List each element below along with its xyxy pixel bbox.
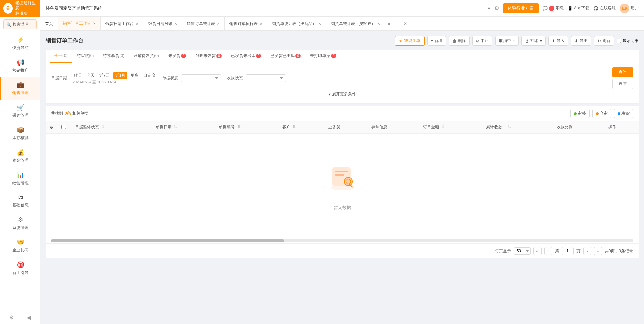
sub-tab-pending-review[interactable]: 待审核(0) bbox=[72, 50, 99, 63]
tab-sales-workbench-close[interactable]: ✕ bbox=[93, 22, 96, 25]
first-page-btn[interactable]: « bbox=[533, 247, 542, 255]
column-settings-icon[interactable]: ⚙ bbox=[50, 125, 53, 130]
tab-fullscreen[interactable]: ⛶ bbox=[409, 17, 417, 30]
sub-tab-expired-not-shipped[interactable]: 到期未发货0 bbox=[191, 50, 226, 63]
refresh-btn[interactable]: ↻ 刷新 bbox=[594, 36, 614, 46]
pause-btn[interactable]: ⊘ 中止 bbox=[472, 36, 492, 46]
import-btn[interactable]: ⬆ 导入 bbox=[548, 36, 568, 46]
sidebar-item-quick-nav[interactable]: ⚡ 快捷导航 bbox=[0, 32, 40, 55]
chevron-down-icon: ▾ bbox=[329, 92, 331, 97]
tab-minimize[interactable]: — bbox=[394, 17, 402, 30]
industry-btn[interactable]: 体验行业方案 bbox=[503, 3, 539, 13]
page-size-select[interactable]: 50 10 20 100 bbox=[514, 247, 531, 255]
select-all-checkbox[interactable] bbox=[61, 125, 66, 129]
tab-sales-stats-close[interactable]: ✕ bbox=[217, 22, 220, 26]
show-detail-checkbox[interactable] bbox=[617, 39, 621, 43]
tab-sales-exec[interactable]: 销售订单执行表 ✕ bbox=[225, 17, 267, 30]
sub-tab-not-shipped[interactable]: 未发货0 bbox=[164, 50, 191, 63]
tab-sales-by-product-close[interactable]: ✕ bbox=[318, 22, 321, 26]
sub-tab-pending-verify[interactable]: 待拣验货(0) bbox=[98, 50, 129, 63]
smart-create-btn[interactable]: ★ 智能生单 bbox=[395, 36, 425, 46]
sidebar-item-inventory[interactable]: 📦 库存核算 bbox=[0, 122, 40, 145]
prev-page-btn[interactable]: ‹ bbox=[544, 247, 552, 255]
col-collected-header[interactable]: 累计收款... ⇅ bbox=[482, 121, 553, 134]
tab-home-label: 首页 bbox=[45, 21, 53, 27]
sub-tab-all[interactable]: 全部(0) bbox=[50, 50, 72, 63]
sidebar-item-basic-info[interactable]: 🗂 基础信息 bbox=[0, 190, 40, 212]
settings-btn[interactable]: 设置 bbox=[612, 79, 633, 89]
sidebar-item-system[interactable]: ⚙ 系统管理 bbox=[0, 212, 40, 235]
page-input[interactable] bbox=[562, 247, 574, 255]
date-opt-last7[interactable]: 近7天 bbox=[98, 72, 111, 79]
message-action[interactable]: 💬 6 消息 bbox=[543, 5, 564, 11]
sidebar-item-operations[interactable]: 📊 经营管理 bbox=[0, 167, 40, 190]
tab-sales-by-customer-close[interactable]: ✕ bbox=[377, 22, 380, 26]
col-amount-header[interactable]: 订单金额 ⇅ bbox=[419, 121, 482, 134]
date-opt-more[interactable]: 更多 bbox=[129, 72, 140, 79]
tab-home[interactable]: 首页 bbox=[40, 17, 58, 30]
date-opt-today[interactable]: 今天 bbox=[85, 72, 96, 79]
scroll-thumb[interactable] bbox=[51, 239, 284, 242]
expand-more-btn[interactable]: ▾ 展开更多条件 bbox=[51, 89, 633, 99]
bottom-scroll[interactable] bbox=[46, 238, 639, 243]
audit-btn[interactable]: 审核 bbox=[570, 109, 590, 118]
sub-tab-shipped-not-out[interactable]: 已发货未出库0 bbox=[226, 50, 266, 63]
settings-bottom-icon[interactable]: ⚙ bbox=[9, 314, 14, 321]
system-dropdown[interactable]: ▾ bbox=[488, 6, 490, 11]
ship-btn[interactable]: 发货 bbox=[614, 109, 633, 118]
query-btn[interactable]: 查询 bbox=[612, 67, 633, 77]
sidebar-item-enterprise[interactable]: 🤝 企业协同 bbox=[0, 235, 40, 257]
sidebar-item-guide[interactable]: 🎯 新手引导 bbox=[0, 257, 40, 280]
sidebar-item-marketing[interactable]: 📢 营销推广 bbox=[0, 55, 40, 77]
tab-close-all[interactable]: ✕ bbox=[402, 17, 409, 30]
collapse-sidebar-icon[interactable]: ◀ bbox=[27, 314, 31, 321]
message-badge: 6 bbox=[549, 6, 554, 11]
search-menu-button[interactable]: 🔍 搜索菜单 bbox=[3, 19, 37, 29]
sidebar-item-finance[interactable]: 💰 资金管理 bbox=[0, 145, 40, 167]
online-service-action[interactable]: 🎧 在线客服 bbox=[593, 5, 616, 11]
col-exception-header[interactable]: 异常信息 bbox=[367, 121, 419, 134]
col-checkbox[interactable] bbox=[57, 121, 71, 134]
page-header: 销售订单工作台 ★ 智能生单 + 新增 🗑 删除 ⊘ 中止 取 bbox=[46, 36, 639, 46]
tab-cash-daily-close[interactable]: ✕ bbox=[136, 22, 138, 26]
tab-sales-by-customer[interactable]: 销货单统计表（按客户） ✕ bbox=[326, 17, 385, 30]
sub-tab-shipped-out[interactable]: 已发货已出库0 bbox=[266, 50, 305, 63]
payment-filter-select[interactable] bbox=[246, 74, 286, 82]
add-btn[interactable]: + 新增 bbox=[427, 36, 446, 46]
date-opt-custom[interactable]: 自定义 bbox=[142, 72, 157, 79]
tab-sales-stats[interactable]: 销售订单统计表 ✕ bbox=[182, 17, 225, 30]
sidebar-item-sales[interactable]: 💼 销售管理 bbox=[0, 77, 40, 100]
col-action-header: 操作 bbox=[604, 121, 639, 134]
tab-sales-workbench[interactable]: 销售订单工作台 ✕ bbox=[58, 17, 101, 30]
next-page-btn[interactable]: › bbox=[583, 247, 591, 255]
cancel-audit-btn[interactable]: 弃审 bbox=[592, 109, 611, 118]
col-customer-header[interactable]: 客户 ⇅ bbox=[278, 121, 324, 134]
col-setting[interactable]: ⚙ bbox=[46, 121, 57, 134]
tab-cash-reconcile-label: 钱货日清对账 bbox=[148, 21, 172, 27]
last-page-btn[interactable]: » bbox=[594, 247, 602, 255]
tab-sales-by-product[interactable]: 销货单统计表（按商品） ✕ bbox=[267, 17, 326, 30]
tab-scroll-right[interactable]: ▶ bbox=[385, 17, 394, 30]
delete-btn[interactable]: 🗑 删除 bbox=[449, 36, 470, 46]
col-staff-header[interactable]: 业务员 bbox=[324, 121, 367, 134]
date-opt-yesterday[interactable]: 昨天 bbox=[73, 72, 83, 79]
app-download-action[interactable]: 📱 App下载 bbox=[568, 5, 589, 11]
tab-cash-daily[interactable]: 钱货日清工作台 ✕ bbox=[101, 17, 143, 30]
col-number-header[interactable]: 单据编号 ⇅ bbox=[215, 121, 278, 134]
tab-sales-exec-close[interactable]: ✕ bbox=[260, 22, 262, 26]
user-action[interactable]: Ea 用户 bbox=[620, 4, 639, 13]
sub-tab-not-printed[interactable]: 未打印单据0 bbox=[305, 50, 341, 63]
sub-tab-wangpu[interactable]: 旺铺待发货(0) bbox=[129, 50, 164, 63]
tab-cash-reconcile[interactable]: 钱货日清对账 ✕ bbox=[143, 17, 182, 30]
date-opt-month[interactable]: 近1月 bbox=[113, 72, 128, 79]
export-btn[interactable]: ⬇ 导出 bbox=[571, 36, 591, 46]
print-btn[interactable]: 🖨 打印 ▾ bbox=[521, 36, 546, 46]
col-date-header[interactable]: 单据日期 ⇅ bbox=[152, 121, 215, 134]
tab-cash-reconcile-close[interactable]: ✕ bbox=[174, 22, 177, 26]
settings-topbar-icon[interactable]: ⚙ bbox=[494, 5, 499, 11]
col-status-header[interactable]: 单据整体状态 ⇅ bbox=[71, 121, 152, 134]
sidebar-item-purchase[interactable]: 🛒 采购管理 bbox=[0, 100, 40, 122]
status-filter-select[interactable] bbox=[181, 74, 221, 82]
show-detail-checkbox-label[interactable]: 显示明细 bbox=[617, 38, 639, 44]
cancel-pause-btn[interactable]: 取消中止 bbox=[495, 36, 519, 46]
